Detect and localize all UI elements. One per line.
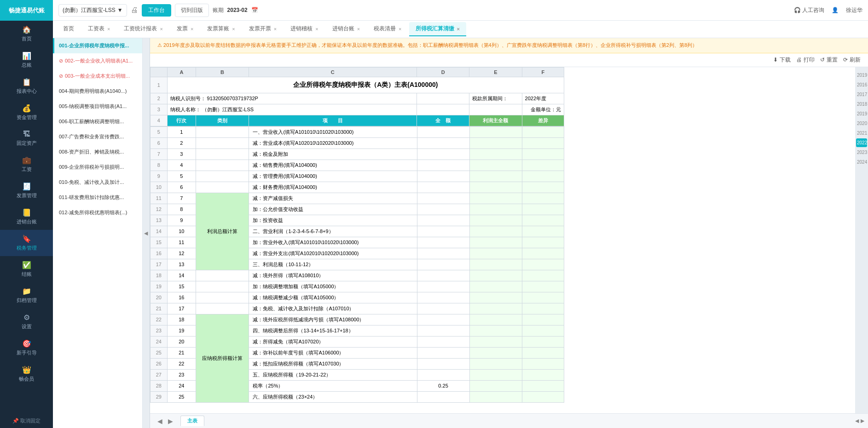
company-selector[interactable]: (勿删）江西服宝-LSS ▼: [58, 4, 127, 17]
timeline-item-2024[interactable]: 2024: [856, 158, 867, 166]
reset-button[interactable]: ↺ 重置: [820, 56, 838, 64]
timeline-item-2020[interactable]: 2020: [856, 119, 867, 128]
tab-label: 所得税汇算清缴: [416, 25, 454, 33]
sidebar-item-assets[interactable]: 🏗固定资产: [0, 126, 53, 151]
next-sheet-button[interactable]: ▶: [166, 417, 175, 426]
table-row: 106减：财务费用(填写A104000): [150, 182, 564, 193]
tab-close-icon[interactable]: ×: [160, 26, 162, 32]
funds-icon: 💰: [22, 104, 31, 113]
left-panel-item-006[interactable]: 006-职工薪酬纳税调整明细...: [53, 114, 142, 129]
sidebar-item-funds[interactable]: 💰资金管理: [0, 99, 53, 126]
print-button[interactable]: 🖨 打印: [796, 56, 815, 64]
sidebar-item-guide[interactable]: 🎯新手引导: [0, 335, 53, 361]
right-main: ⚠ 2019年度步及取以前年度结转数据的申报表单元格需要手工维护正确，才能保证本…: [150, 38, 868, 428]
nav-tab-进销台账[interactable]: 进销台账×: [326, 22, 366, 36]
left-panel-item-012[interactable]: 012-减免所得税优惠明细表(...): [53, 205, 142, 220]
nav-tab-进销稽核[interactable]: 进销稽核×: [284, 22, 324, 36]
tab-close-icon[interactable]: ×: [191, 26, 193, 32]
tab-close-icon[interactable]: ×: [399, 26, 401, 32]
collapse-panel-button[interactable]: ◀: [143, 38, 150, 428]
sidebar-label-close: 结账: [22, 271, 32, 278]
tab-close-icon[interactable]: ×: [274, 26, 277, 32]
tab-label: 工资统计报表: [124, 25, 157, 33]
switch-version-button[interactable]: 切到旧版: [175, 4, 209, 17]
panel-item-label: 009-企业所得税补亏损损明...: [59, 164, 124, 170]
sidebar-item-settings[interactable]: ⚙设置: [0, 308, 53, 335]
sidebar-item-archive[interactable]: 📁归档管理: [0, 282, 53, 308]
left-panel-item-004[interactable]: 004-期间费用明细表(A1040...): [53, 84, 142, 99]
left-panel-item-003[interactable]: ⊘003-一般企业成本支出明细...: [53, 68, 142, 84]
nav-tab-首页[interactable]: 首页: [57, 22, 81, 36]
tab-close-icon[interactable]: ×: [107, 26, 110, 32]
tab-close-icon[interactable]: ×: [232, 26, 235, 32]
left-panel-item-011[interactable]: 011-研发费用加计扣除优惠...: [53, 190, 142, 205]
taxpayer-name-value: （勿删）江西服宝-LSS: [202, 107, 254, 112]
warning-text: 2019年度步及取以前年度结转数据的申报表单元格需要手工维护正确，才能保证本年及…: [163, 42, 697, 48]
user-service[interactable]: 🎧 人工咨询: [794, 6, 824, 14]
sidebar-label-assets: 固定资产: [17, 140, 37, 147]
left-panel-item-002[interactable]: ⊘002-一般企业收入明细表(A1...: [53, 53, 142, 68]
panel-item-label: 005-纳税调整项目明细表(A1...: [59, 103, 127, 109]
table-row: 95减：管理费用(填写A104000): [150, 171, 564, 182]
left-panel-item-001[interactable]: 001-企业所得税年度纳税申报...: [53, 38, 142, 53]
timeline-item-2016[interactable]: 2016: [856, 80, 867, 89]
nav-tab-发票开票[interactable]: 发票开票×: [243, 22, 283, 36]
sheet-area[interactable]: A B C D E F 1 企业所: [150, 67, 855, 413]
sidebar-item-tax[interactable]: 🔖税务管理: [0, 230, 53, 256]
table-header-row: 4 行次 类别 项 目 全 额 利润主全额 差异: [150, 115, 564, 126]
nav-tab-工资统计报表[interactable]: 工资统计报表×: [117, 22, 169, 36]
unpin-button[interactable]: 📌 取消固定: [0, 414, 53, 428]
left-panel-item-008[interactable]: 008-资产折旧、摊销及纳税...: [53, 144, 142, 160]
sidebar-item-home[interactable]: 🏠首页: [0, 21, 53, 47]
nav-tab-税表清册[interactable]: 税表清册×: [367, 22, 408, 36]
sheet-title: 企业所得税年度纳税申报表（A类）主表(A100000): [167, 77, 564, 93]
table-row: 73减：税金及附加: [150, 148, 564, 160]
nav-tab-发票算账[interactable]: 发票算账×: [201, 22, 241, 36]
tab-close-icon[interactable]: ×: [457, 26, 460, 32]
col-header-hangci: 行次: [167, 115, 196, 126]
purchase-icon: 📒: [22, 208, 31, 217]
timeline-item-2019[interactable]: 2019: [856, 71, 867, 80]
timeline-item-2017[interactable]: 2017: [856, 90, 867, 99]
table-row: 84减：销售费用(填写A104000): [150, 160, 564, 171]
download-icon: ⬇: [773, 57, 778, 63]
sidebar-item-reports[interactable]: 📋报表中心: [0, 73, 53, 99]
refresh-button[interactable]: ⟳ 刷新: [843, 56, 861, 64]
sidebar-item-member[interactable]: 👑畅会员: [0, 361, 53, 387]
scroll-right-icon[interactable]: ▶: [861, 418, 864, 424]
reports-icon: 📋: [22, 78, 31, 86]
scroll-left-icon[interactable]: ◀: [855, 418, 859, 424]
nav-tab-工资表[interactable]: 工资表×: [81, 22, 116, 36]
workstation-button[interactable]: 工作台: [142, 4, 171, 17]
left-panel-item-007[interactable]: 007-广告费和业务宣传费跌...: [53, 129, 142, 144]
timeline-item-2019[interactable]: 2019: [856, 109, 867, 118]
prev-sheet-button[interactable]: ◀: [156, 417, 164, 426]
member-icon: 👑: [22, 365, 31, 374]
sidebar-item-ledger[interactable]: 📊总账: [0, 47, 53, 73]
sidebar-item-purchase[interactable]: 📒进销台账: [0, 204, 53, 230]
main-content: (勿删）江西服宝-LSS ▼ 🖨 工作台 切到旧版 账期 2023-02 📅 🎧…: [53, 0, 868, 428]
category-cell-profit: 利润总额计算: [196, 193, 249, 270]
table-row: 62减：营业成本(填写A102010\102020\103000): [150, 137, 564, 148]
download-button[interactable]: ⬇ 下载: [773, 56, 791, 64]
nav-tab-所得税汇算清缴[interactable]: 所得税汇算清缴×: [409, 22, 466, 36]
sidebar-item-invoice[interactable]: 🧾发票管理: [0, 177, 53, 204]
sheet-tab-主表[interactable]: 主表: [180, 416, 204, 426]
sidebar-item-salary[interactable]: 💼工资: [0, 151, 53, 177]
calendar-icon[interactable]: 📅: [251, 7, 258, 13]
left-panel-item-005[interactable]: 005-纳税调整项目明细表(A1...: [53, 99, 142, 114]
timeline-item-2018[interactable]: 2018: [856, 100, 867, 108]
col-header-leibie: 类别: [196, 115, 249, 126]
tab-close-icon[interactable]: ×: [315, 26, 318, 32]
tab-label: 工资表: [88, 25, 104, 33]
nav-tab-发票[interactable]: 发票×: [170, 22, 200, 36]
left-panel-item-009[interactable]: 009-企业所得税补亏损损明...: [53, 160, 142, 175]
timeline-item-2023[interactable]: 2023: [856, 148, 867, 157]
timeline-item-2021[interactable]: 2021: [856, 129, 867, 137]
sidebar-item-close[interactable]: ✅结账: [0, 256, 53, 282]
tab-close-icon[interactable]: ×: [357, 26, 360, 32]
invoice-icon: 🧾: [22, 182, 31, 191]
left-panel-item-010[interactable]: 010-免税、减计收入及加计...: [53, 175, 142, 190]
taxpayer-name-label: 纳税人名称：: [170, 107, 201, 112]
timeline-item-2022[interactable]: 2022: [856, 138, 867, 147]
